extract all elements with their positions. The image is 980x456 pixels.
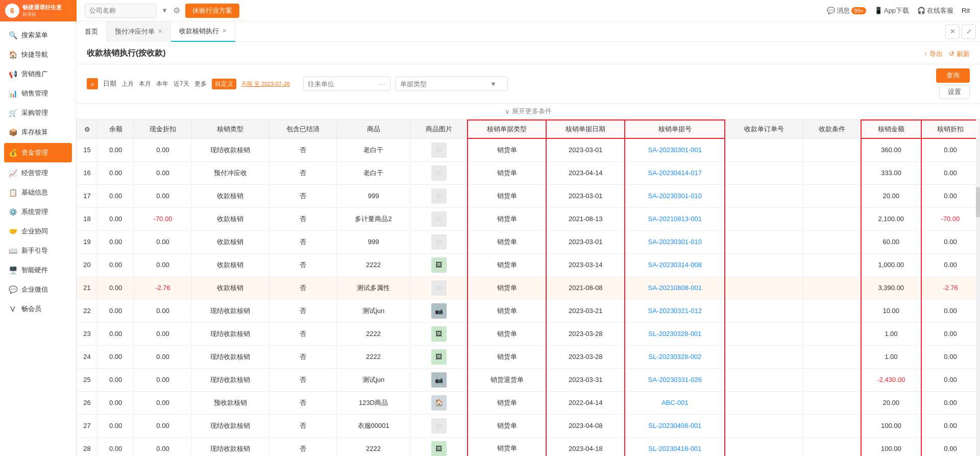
table-row: 21 0.00 -2.76 收款核销 否 测试多属性 □ 销货单 2021-08…: [77, 276, 980, 299]
tab-writeoff[interactable]: 收款核销执行 ✕: [171, 21, 235, 42]
member-icon: V: [8, 304, 17, 314]
sidebar-item-collab[interactable]: 🤝 企业协同: [0, 222, 76, 241]
th-writeoff-discount: 核销折扣: [921, 120, 979, 138]
cell-writeoff-number: SA-20230301-001: [625, 138, 725, 161]
date-opt-7days[interactable]: 近7天: [174, 80, 189, 88]
tab-bar: 首页 预付冲应付单 ✕ 收款核销执行 ✕ ✕ ⤢: [77, 21, 980, 42]
writeoff-number-link[interactable]: ABC-001: [662, 399, 689, 406]
counterparty-input[interactable]: [304, 80, 375, 88]
date-range[interactable]: 不限 至 2023-07-26: [241, 80, 290, 88]
writeoff-number-link[interactable]: SL-20230328-002: [648, 353, 701, 361]
dropdown-arrow-icon[interactable]: ▼: [161, 7, 168, 14]
cell-receipt-condition: [803, 322, 861, 345]
voucher-type-input[interactable]: [396, 80, 488, 88]
th-setting[interactable]: ⚙: [77, 120, 97, 138]
tab-writeoff-close[interactable]: ✕: [222, 28, 227, 34]
date-opt-this-year[interactable]: 本年: [156, 80, 168, 88]
cell-balance: 0.00: [97, 345, 134, 368]
cell-writeoff-date: 2023-03-28: [546, 322, 625, 345]
sidebar-item-search[interactable]: 🔍 搜索菜单: [0, 26, 76, 45]
cell-writeoff-voucher-type: 销货单: [468, 414, 546, 437]
writeoff-number-link[interactable]: SL-20230408-001: [648, 422, 701, 429]
writeoff-number-link[interactable]: SA-20210808-001: [648, 284, 702, 292]
hardware-icon: 🖥️: [8, 266, 17, 275]
writeoff-number-link[interactable]: SL-20230328-001: [648, 330, 701, 338]
sidebar-item-sales[interactable]: 📊 销售管理: [0, 84, 76, 103]
cell-include-settled: 否: [270, 299, 337, 322]
tab-maximize-btn[interactable]: ⤢: [962, 25, 976, 39]
query-button[interactable]: 查询: [936, 68, 970, 83]
cell-receipt-order-no: [725, 345, 803, 368]
sidebar-item-marketing[interactable]: 📢 营销推广: [0, 64, 76, 84]
page-title: 收款核销执行(按收款): [87, 48, 166, 59]
cell-writeoff-discount: 0.00: [921, 253, 979, 276]
table-area[interactable]: ⚙ 余额 现金折扣 核销类型 包含已结清 商品 商品图片 核销单据类型 核销单据…: [77, 119, 980, 456]
writeoff-number-link[interactable]: SA-20230321-012: [648, 307, 702, 315]
date-opt-this-month[interactable]: 本月: [139, 80, 151, 88]
cell-writeoff-discount: 0.00: [921, 138, 979, 161]
cell-cash-discount: 0.00: [134, 414, 191, 437]
sidebar-item-guide[interactable]: 📖 新手引导: [0, 241, 76, 260]
sidebar-item-system[interactable]: ⚙️ 系统管理: [0, 202, 76, 222]
online-service-nav[interactable]: 🎧 在线客服: [917, 6, 953, 15]
cell-receipt-condition: [803, 299, 861, 322]
vertical-scrollbar[interactable]: [976, 119, 980, 456]
app-download-nav[interactable]: 📱 App下载: [874, 6, 909, 15]
sidebar-item-member[interactable]: V 畅会员: [0, 299, 76, 319]
company-input[interactable]: [85, 4, 156, 18]
writeoff-number-link[interactable]: SA-20230314-008: [648, 261, 702, 269]
cell-writeoff-amount: 333.00: [861, 161, 921, 184]
refresh-button[interactable]: ↺ 刷新: [949, 50, 970, 59]
cell-cash-discount: -2.76: [134, 276, 191, 299]
cell-writeoff-discount: 0.00: [921, 230, 979, 253]
counterparty-dots[interactable]: ···: [375, 80, 390, 88]
search-icon: 🔍: [8, 31, 17, 40]
date-opt-more[interactable]: 更多: [194, 80, 207, 88]
cell-id: 18: [77, 207, 97, 230]
settings-gear-icon[interactable]: ⚙: [173, 6, 180, 15]
sidebar-item-hardware[interactable]: 🖥️ 智能硬件: [0, 260, 76, 280]
tab-prepay-close[interactable]: ✕: [158, 28, 162, 35]
messages-nav[interactable]: 💬 消息 99+: [827, 6, 866, 15]
cell-writeoff-voucher-type: 销货单: [468, 161, 546, 184]
sidebar-item-basic[interactable]: 📋 基础信息: [0, 183, 76, 202]
table-row: 17 0.00 0.00 收款核销 否 999 □ 销货单 2023-03-01…: [77, 184, 980, 207]
writeoff-number-link[interactable]: SA-20230301-001: [648, 146, 702, 154]
tab-prepay[interactable]: 预付冲应付单 ✕: [107, 21, 171, 42]
user-label[interactable]: Rit: [962, 7, 970, 14]
settings-button[interactable]: 设置: [939, 85, 970, 99]
cell-balance: 0.00: [97, 253, 134, 276]
inventory-icon: 📦: [8, 128, 17, 137]
th-receipt-condition: 收款条件: [803, 120, 861, 138]
writeoff-number-link[interactable]: SA-20210813-001: [648, 215, 702, 223]
sidebar-item-purchase[interactable]: 🛒 采购管理: [0, 103, 76, 123]
cell-writeoff-type: 现结收款核销: [191, 437, 269, 456]
writeoff-number-link[interactable]: SA-20230414-017: [648, 169, 702, 177]
cell-product: 多计量商品2: [337, 207, 410, 230]
cell-writeoff-date: 2023-04-14: [546, 161, 625, 184]
writeoff-number-link[interactable]: SA-20230301-010: [648, 238, 702, 246]
date-opt-custom[interactable]: 自定义: [212, 79, 236, 89]
cell-writeoff-amount: 10.00: [861, 299, 921, 322]
writeoff-number-link[interactable]: SA-20230331-026: [648, 376, 702, 383]
writeoff-number-link[interactable]: SL-20230418-001: [648, 445, 701, 452]
sidebar-item-inventory[interactable]: 📦 库存核算: [0, 123, 76, 142]
writeoff-number-link[interactable]: SA-20230301-010: [648, 192, 702, 200]
sidebar-item-nav[interactable]: 🏠 快捷导航: [0, 45, 76, 64]
export-button[interactable]: ↑ 导出: [924, 50, 943, 59]
date-opt-last-month[interactable]: 上月: [121, 80, 134, 88]
scrollbar-thumb[interactable]: [976, 187, 980, 218]
sidebar-item-management[interactable]: 📈 经营管理: [0, 163, 76, 183]
expand-more-bar[interactable]: ∨ 展开更多条件: [77, 104, 980, 119]
sidebar-item-finance[interactable]: 💰 资金管理: [4, 143, 72, 162]
cell-receipt-condition: [803, 368, 861, 391]
tab-close-window-btn[interactable]: ✕: [945, 25, 960, 39]
tab-home[interactable]: 首页: [77, 21, 107, 42]
sidebar-item-wechat[interactable]: 💬 企业微信: [0, 280, 76, 299]
voucher-type-dropdown-icon[interactable]: ▼: [488, 80, 499, 88]
solution-button[interactable]: 休验行业方案: [185, 4, 239, 18]
home-icon: 🏠: [8, 50, 17, 59]
product-image-green: 🖼: [431, 326, 447, 342]
filter-expand-button[interactable]: »: [87, 78, 98, 89]
cell-writeoff-amount: 2,100.00: [861, 207, 921, 230]
